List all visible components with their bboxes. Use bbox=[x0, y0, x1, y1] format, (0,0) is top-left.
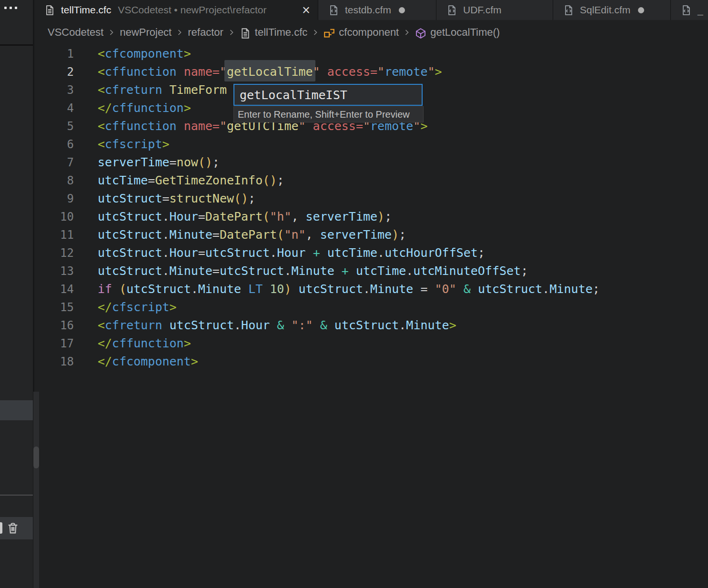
modified-dot-icon[interactable] bbox=[638, 7, 644, 13]
scrollbar-thumb[interactable] bbox=[33, 446, 39, 468]
line-number: 3 bbox=[34, 81, 74, 99]
line-number: 6 bbox=[34, 135, 74, 153]
tab-udf-cfm[interactable]: UDF.cfm bbox=[436, 0, 553, 20]
chevron-right-icon bbox=[108, 29, 115, 36]
code-line[interactable]: 10utcStruct.Hour=DatePart("h", serverTim… bbox=[34, 208, 708, 226]
tab-title: testdb.cfm bbox=[345, 4, 391, 16]
code-text: utcTime=GetTimeZoneInfo(); bbox=[74, 172, 284, 190]
code-line[interactable]: 13utcStruct.Minute=utcStruct.Minute + ut… bbox=[34, 262, 708, 280]
sidebar-list-item[interactable] bbox=[0, 400, 33, 420]
code-line[interactable]: 16<cfreturn utcStruct.Hour & ":" & utcSt… bbox=[34, 316, 708, 335]
chevron-right-icon bbox=[312, 29, 319, 36]
code-text: </cfcomponent> bbox=[74, 353, 198, 371]
code-text: if (utcStruct.Minute LT 10) utcStruct.Mi… bbox=[74, 280, 600, 298]
sidebar-separator bbox=[0, 495, 33, 496]
symbol-method-icon bbox=[415, 28, 426, 39]
code-text: serverTime=now(); bbox=[74, 153, 220, 172]
line-number: 8 bbox=[34, 172, 74, 190]
chevron-right-icon bbox=[228, 29, 235, 36]
code-line[interactable]: 15</cfscript> bbox=[34, 298, 708, 316]
line-number: 13 bbox=[34, 262, 74, 280]
code-text: utcStruct.Hour=DatePart("h", serverTime)… bbox=[74, 208, 392, 226]
code-line[interactable]: 6<cfscript> bbox=[34, 135, 708, 153]
code-line[interactable]: 11utcStruct.Minute=DatePart("n", serverT… bbox=[34, 226, 708, 244]
code-line[interactable]: 1<cfcomponent> bbox=[34, 45, 708, 63]
more-actions-button[interactable] bbox=[4, 2, 23, 13]
ellipsis-icon bbox=[15, 7, 17, 9]
breadcrumb-item-vscodetest[interactable]: VSCodetest bbox=[48, 26, 103, 39]
tab-description: VSCodetest • newProject\refactor bbox=[118, 4, 266, 16]
modified-dot-icon[interactable] bbox=[399, 7, 405, 13]
symbol-class-icon bbox=[324, 28, 335, 39]
code-text: </cffunction> bbox=[74, 99, 191, 117]
file-code-icon bbox=[328, 4, 339, 17]
close-icon[interactable]: × bbox=[302, 5, 310, 15]
code-line[interactable]: 17</cffunction> bbox=[34, 335, 708, 353]
ellipsis-icon bbox=[10, 7, 12, 9]
code-text: </cfscript> bbox=[74, 298, 177, 316]
code-line[interactable]: 8utcTime=GetTimeZoneInfo(); bbox=[34, 172, 708, 190]
line-number: 7 bbox=[34, 153, 74, 172]
trash-icon[interactable] bbox=[6, 521, 20, 536]
code-line[interactable]: 18</cfcomponent> bbox=[34, 353, 708, 371]
tab-title: _ bbox=[698, 4, 703, 16]
breadcrumb-item-newproject[interactable]: newProject bbox=[120, 26, 172, 39]
sidebar-divider bbox=[0, 44, 33, 46]
line-number: 10 bbox=[34, 208, 74, 226]
code-editor[interactable]: 1<cfcomponent>2<cffunction name="getLoca… bbox=[34, 45, 708, 588]
breadcrumb-item-refactor[interactable]: refactor bbox=[188, 26, 223, 39]
rename-hint: Enter to Rename, Shift+Enter to Preview bbox=[233, 106, 424, 122]
tab-telltime-cfc[interactable]: tellTime.cfc VSCodetest • newProject\ref… bbox=[34, 0, 318, 20]
code-text: </cffunction> bbox=[74, 335, 191, 353]
ellipsis-icon bbox=[4, 7, 7, 9]
breadcrumb-item-telltime-cfc[interactable]: tellTime.cfc bbox=[255, 26, 307, 39]
tab-title: UDF.cfm bbox=[463, 4, 502, 16]
line-number: 1 bbox=[34, 45, 74, 63]
line-number: 15 bbox=[34, 298, 74, 316]
code-text: <cfcomponent> bbox=[74, 45, 191, 63]
line-number: 18 bbox=[34, 353, 74, 371]
rename-input[interactable] bbox=[233, 84, 423, 106]
file-code-icon bbox=[563, 4, 574, 17]
line-number: 4 bbox=[34, 99, 74, 117]
line-number: 17 bbox=[34, 335, 74, 353]
sidebar-trash-row[interactable] bbox=[0, 517, 33, 539]
tab-partial[interactable]: _ bbox=[671, 0, 708, 20]
code-text: <cfscript> bbox=[74, 135, 170, 153]
breadcrumb-item-getlocaltime[interactable]: getLocalTime() bbox=[430, 26, 500, 39]
file-code-icon bbox=[446, 4, 457, 17]
code-line[interactable]: 14if (utcStruct.Minute LT 10) utcStruct.… bbox=[34, 280, 708, 298]
code-text: utcStruct=structNew(); bbox=[74, 190, 255, 208]
code-line[interactable]: 7serverTime=now(); bbox=[34, 153, 708, 172]
code-line[interactable]: 9utcStruct=structNew(); bbox=[34, 190, 708, 208]
line-number: 2 bbox=[34, 63, 74, 81]
code-text: utcStruct.Minute=DatePart("n", serverTim… bbox=[74, 226, 406, 244]
tab-title: tellTime.cfc bbox=[61, 4, 111, 16]
tab-testdb-cfm[interactable]: testdb.cfm bbox=[318, 0, 436, 20]
code-text: <cfreturn utcStruct.Hour & ":" & utcStru… bbox=[74, 316, 456, 335]
line-number: 12 bbox=[34, 244, 74, 262]
file-icon bbox=[240, 28, 251, 39]
sash[interactable] bbox=[33, 392, 39, 588]
file-code-icon bbox=[681, 4, 692, 17]
file-lines-icon bbox=[44, 4, 55, 17]
rename-highlighted-word[interactable]: getLocalTime bbox=[224, 60, 315, 81]
line-number: 11 bbox=[34, 226, 74, 244]
tab-title: SqlEdit.cfm bbox=[580, 4, 630, 16]
code-text: <cfreturn TimeForm bbox=[74, 81, 227, 99]
tab-bar: tellTime.cfc VSCodetest • newProject\ref… bbox=[34, 0, 708, 20]
breadcrumb-item-cfcomponent[interactable]: cfcomponent bbox=[339, 26, 399, 39]
sidebar bbox=[0, 0, 33, 588]
code-text: utcStruct.Hour=utcStruct.Hour + utcTime.… bbox=[74, 244, 485, 262]
code-line[interactable]: 12utcStruct.Hour=utcStruct.Hour + utcTim… bbox=[34, 244, 708, 262]
code-text: <cffunction name="getLocalTime" access="… bbox=[74, 63, 442, 81]
line-number: 9 bbox=[34, 190, 74, 208]
tab-sqledit-cfm[interactable]: SqlEdit.cfm bbox=[553, 0, 671, 20]
line-number: 5 bbox=[34, 117, 74, 135]
line-number: 14 bbox=[34, 280, 74, 298]
chevron-right-icon bbox=[176, 29, 183, 36]
chevron-right-icon bbox=[403, 29, 411, 36]
line-number: 16 bbox=[34, 316, 74, 335]
breadcrumb: VSCodetest newProject refactor tellTime.… bbox=[34, 20, 708, 45]
code-line[interactable]: 2<cffunction name="getLocalTime" access=… bbox=[34, 63, 708, 81]
